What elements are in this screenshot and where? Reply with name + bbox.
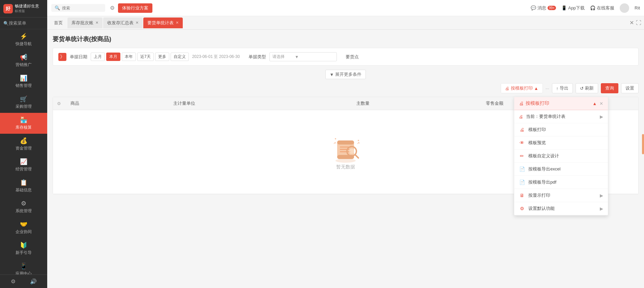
trial-btn[interactable]: 体验行业方案 <box>118 3 152 13</box>
xinshou-label: 新手引导 <box>16 250 32 256</box>
print-current-item[interactable]: 🖨 当前：要货单统计表 ▶ <box>514 110 608 123</box>
sidebar-item-zijin[interactable]: 💰 资金管理 <box>0 134 47 155</box>
print-display-print-item[interactable]: 🖥 按显示打印 ▶ <box>514 189 608 202</box>
date-btn-shangue[interactable]: 上月 <box>91 53 105 61</box>
expand-more-btn[interactable]: ▼ 展开更多条件 <box>325 70 366 79</box>
tab-yaohuo-tongji[interactable]: 要货单统计表 ✕ <box>143 18 183 28</box>
topbar-search[interactable]: 🔍 <box>51 4 105 12</box>
print-current-arrow: ▶ <box>600 114 603 119</box>
type-select-arrow: ▼ <box>295 55 299 59</box>
template-print-icon: 🖨 <box>519 127 525 132</box>
sidebar-item-caigou[interactable]: 🛒 采购管理 <box>0 92 47 113</box>
date-btn-bennian[interactable]: 本年 <box>122 53 136 61</box>
sidebar-item-kucun[interactable]: 🏪 库存核算 <box>0 113 47 134</box>
export-btn[interactable]: ↑ 导出 <box>552 83 573 93</box>
settings-table-btn[interactable]: 设置 <box>621 83 639 93</box>
tab-yaohuo-tongji-close[interactable]: ✕ <box>176 21 179 25</box>
sidebar-item-xinshou[interactable]: 🔰 新手引导 <box>0 238 47 259</box>
message-btn[interactable]: 💬 消息 99+ <box>531 5 556 11</box>
svg-line-13 <box>334 143 336 143</box>
sidebar-item-xiaoshou[interactable]: 📊 销售管理 <box>0 71 47 92</box>
date-btn-custom[interactable]: 自定义 <box>171 53 189 61</box>
app-icon: 📱 <box>561 5 567 10</box>
refresh-label: 刷新 <box>585 85 594 91</box>
export-label: 导出 <box>560 85 568 91</box>
set-default-label: 设置默认功能 <box>528 205 555 212</box>
settings-icon[interactable]: ⚙ <box>110 5 115 11</box>
print-template-preview-item[interactable]: 👁 模板预览 <box>514 136 608 150</box>
print-current-icon: 🖨 <box>519 114 523 119</box>
tabs-bar: 首页 库存批次账 ✕ 收发存汇总表 ✕ 要货单统计表 ✕ ✕ ⛶ <box>47 16 644 30</box>
online-service-btn[interactable]: 🎧 在线客服 <box>590 5 614 11</box>
kucun-label: 库存核算 <box>16 125 32 130</box>
filter-expand-btn[interactable]: 》 <box>58 53 66 61</box>
date-btn-jin7[interactable]: 近7天 <box>137 53 154 61</box>
template-design-label: 模板自定义设计 <box>528 153 559 159</box>
svg-line-15 <box>358 143 360 143</box>
sidebar-item-kuaijie[interactable]: ⚡ 快捷导航 <box>0 29 47 50</box>
print-btn-label: 按模板打印 <box>511 85 533 91</box>
empty-text: 暂无数据 <box>336 164 355 170</box>
search-icon: 🔍 <box>3 21 9 26</box>
xiaoshou-icon: 📊 <box>20 74 27 82</box>
action-bar: 🖨 按模板打印 ▲ ··· ↑ 导出 ↺ 刷新 查询 设置 🖨 按模板打印 <box>53 83 639 93</box>
print-dropdown-close-btn[interactable]: ✕ <box>599 101 603 106</box>
print-dropdown-title: 按模板打印 <box>526 100 549 106</box>
svg-point-8 <box>349 149 354 154</box>
col-unit: 主计量单位 <box>169 97 352 110</box>
sidebar-nav: ⚡ 快捷导航 📢 营销推广 📊 销售管理 🛒 采购管理 🏪 库存核算 💰 资金管… <box>0 29 47 275</box>
sidebar-item-jichu[interactable]: 📋 基础信息 <box>0 175 47 196</box>
avatar[interactable] <box>620 3 629 13</box>
print-template-excel-item[interactable]: 📄 按模板导出excel <box>514 163 608 176</box>
xiaoshou-label: 销售管理 <box>16 83 32 89</box>
refresh-btn[interactable]: ↺ 刷新 <box>576 83 598 93</box>
settings-btn[interactable]: ⚙ <box>11 278 16 285</box>
filter-bar: 》 单据日期 上月 本月 本年 近7天 更多 自定义 2023-06-01 至 … <box>53 48 639 66</box>
display-print-left: 🖥 按显示打印 <box>519 192 550 198</box>
refresh-icon: ↺ <box>580 86 584 91</box>
template-pdf-icon: 📄 <box>519 180 525 185</box>
logo-text-group: 畅捷通好生意 标准版 <box>15 4 39 14</box>
print-arrow-icon: ▲ <box>534 86 538 91</box>
date-options: 上月 本月 本年 近7天 更多 自定义 <box>91 53 189 61</box>
date-btn-benyue[interactable]: 本月 <box>106 53 120 61</box>
sidebar-item-jingying[interactable]: 📈 经营管理 <box>0 155 47 175</box>
print-template-print-item[interactable]: 🖨 模板打印 <box>514 123 608 136</box>
xitong-icon: ⚙ <box>21 200 26 207</box>
app-download-btn[interactable]: 📱 App下载 <box>561 5 585 11</box>
query-btn[interactable]: 查询 <box>601 83 618 93</box>
col-settings[interactable]: ⚙ <box>53 97 66 110</box>
sidebar-item-yingxiao[interactable]: 📢 营销推广 <box>0 50 47 71</box>
topbar-search-icon: 🔍 <box>55 5 60 10</box>
tab-shoufacun-label: 收发存汇总表 <box>107 20 134 26</box>
display-print-icon: 🖥 <box>519 193 525 198</box>
table-settings-icon[interactable]: ⚙ <box>57 101 61 106</box>
tab-kucun-pici[interactable]: 库存批次账 ✕ <box>67 18 103 28</box>
print-set-default-item[interactable]: ⚙ 设置默认功能 ▶ <box>514 202 608 215</box>
tab-maximize-btn[interactable]: ⛶ <box>636 20 641 26</box>
template-pdf-label: 按模板导出pdf <box>528 179 556 185</box>
print-dropdown: 🖨 按模板打印 ▲ ✕ 🖨 当前：要货单统计表 ▶ <box>514 97 608 216</box>
user-name[interactable]: Rit <box>635 5 640 10</box>
tab-home[interactable]: 首页 <box>50 18 67 28</box>
print-dropdown-collapse-btn[interactable]: ▲ <box>592 101 597 106</box>
tab-kucun-pici-close[interactable]: ✕ <box>95 21 98 25</box>
sidebar-item-xitong[interactable]: ⚙ 系统管理 <box>0 196 47 217</box>
set-default-icon: ⚙ <box>519 206 525 211</box>
sidebar-item-yingyong[interactable]: 📱 应用中心 <box>0 259 47 275</box>
print-template-design-item[interactable]: ✏ 模板自定义设计 <box>514 150 608 163</box>
date-btn-more[interactable]: 更多 <box>155 53 169 61</box>
tab-shoufacun-close[interactable]: ✕ <box>136 21 139 25</box>
sidebar-item-qiye[interactable]: 🤝 企业协同 <box>0 217 47 238</box>
expand-more-icon: ▼ <box>330 72 334 77</box>
print-btn[interactable]: 🖨 按模板打印 ▲ <box>501 83 543 93</box>
tab-shoufacun[interactable]: 收发存汇总表 ✕ <box>103 18 143 28</box>
expand-more-label: 展开更多条件 <box>335 71 361 77</box>
resize-handle[interactable] <box>642 134 644 154</box>
sound-btn[interactable]: 🔊 <box>30 278 37 285</box>
tab-close-all-btn[interactable]: ✕ <box>630 20 634 26</box>
search-menu-btn[interactable]: 🔍 搜索菜单 <box>0 18 47 29</box>
search-input[interactable] <box>62 6 102 10</box>
type-select[interactable]: 请选择 ▼ <box>269 52 337 61</box>
print-template-pdf-item[interactable]: 📄 按模板导出pdf <box>514 176 608 189</box>
